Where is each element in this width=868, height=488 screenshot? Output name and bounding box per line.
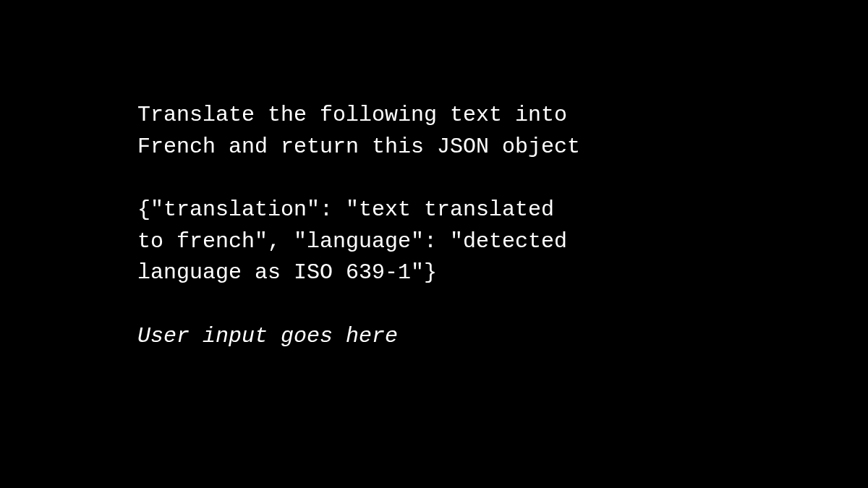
slide-content: Translate the following text into French…	[0, 0, 689, 352]
json-line-1: {"translation": "text translated	[137, 194, 580, 226]
json-line-3: language as ISO 639-1"}	[137, 257, 580, 289]
instruction-line-2: French and return this JSON object	[137, 132, 580, 163]
user-input-placeholder: User input goes here	[137, 321, 580, 353]
spacer	[137, 289, 580, 321]
json-line-2: to french", "language": "detected	[137, 226, 580, 258]
spacer	[137, 163, 580, 194]
instruction-line-1: Translate the following text into	[137, 100, 580, 132]
